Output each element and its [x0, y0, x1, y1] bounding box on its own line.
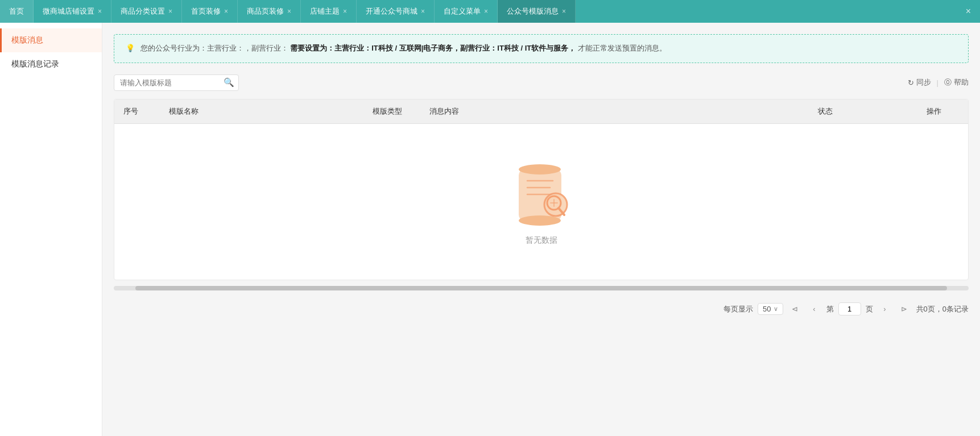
sync-button[interactable]: ↻ 同步: [908, 77, 931, 88]
tab-wechat-shop-label: 微商城店铺设置: [43, 6, 94, 16]
tab-home-decor[interactable]: 首页装修 ×: [182, 0, 238, 23]
tab-open-mall-label: 开通公众号商城: [366, 6, 417, 16]
sync-label: 同步: [916, 77, 931, 88]
scrollbar-track[interactable]: [114, 286, 969, 290]
tab-category-label: 商品分类设置: [121, 6, 165, 16]
tab-shop-theme-close[interactable]: ×: [343, 7, 347, 15]
tab-wechat-shop-close[interactable]: ×: [98, 7, 102, 15]
search-icon[interactable]: 🔍: [224, 77, 234, 88]
tab-wechat-shop[interactable]: 微商城店铺设置 ×: [34, 0, 111, 23]
close-all-button[interactable]: ×: [957, 6, 980, 16]
tab-home-decor-close[interactable]: ×: [224, 7, 228, 15]
page-unit-label: 页: [866, 304, 873, 314]
empty-text: 暂无数据: [526, 235, 557, 246]
divider: |: [937, 78, 938, 87]
tab-shop-theme[interactable]: 店铺主题 ×: [301, 0, 357, 23]
th-name: 模版名称: [160, 99, 363, 123]
th-content: 消息内容: [420, 99, 809, 123]
empty-illustration: [507, 158, 576, 226]
per-page-arrow-icon: ∨: [774, 305, 778, 313]
per-page-value: 50: [763, 305, 771, 313]
page-prefix-label: 第: [826, 304, 834, 314]
tab-category[interactable]: 商品分类设置 ×: [111, 0, 182, 23]
th-status: 状态: [809, 99, 900, 123]
sidebar-item-template-msg[interactable]: 模版消息: [0, 28, 102, 52]
content-area: 💡 您的公众号行业为：主营行业：，副营行业： 需要设置为：主营行业：IT科技 /…: [102, 23, 980, 436]
search-bar: 🔍 ↻ 同步 | ⓪ 帮助: [114, 74, 969, 91]
tab-template-msg[interactable]: 公众号模版消息 ×: [498, 0, 576, 23]
th-action: 操作: [900, 99, 968, 123]
page-number-input[interactable]: [838, 302, 861, 315]
search-input[interactable]: [114, 74, 239, 91]
empty-state: 暂无数据: [114, 124, 968, 280]
last-page-button[interactable]: ⊳: [897, 302, 912, 317]
notice-icon: 💡: [126, 44, 135, 52]
tab-custom-menu-close[interactable]: ×: [484, 7, 488, 15]
sidebar-item-template-record-label: 模版消息记录: [11, 59, 59, 68]
tab-custom-menu-label: 自定义菜单: [444, 6, 481, 16]
sync-icon: ↻: [908, 78, 914, 87]
tab-custom-menu[interactable]: 自定义菜单 ×: [435, 0, 498, 23]
tab-product-decor-close[interactable]: ×: [287, 7, 291, 15]
tab-open-mall[interactable]: 开通公众号商城 ×: [357, 0, 435, 23]
tab-home[interactable]: 首页: [0, 0, 34, 23]
help-icon: ⓪: [944, 77, 952, 88]
total-info: 共0页，0条记录: [916, 304, 969, 314]
notice-box: 💡 您的公众号行业为：主营行业：，副营行业： 需要设置为：主营行业：IT科技 /…: [114, 34, 969, 63]
notice-highlight: 需要设置为：主营行业：IT科技 / 互联网|电子商务，副营行业：IT科技 / I…: [290, 44, 576, 52]
empty-svg-icon: [507, 158, 576, 232]
per-page-select[interactable]: 50 ∨: [758, 303, 783, 315]
tab-template-msg-label: 公众号模版消息: [507, 6, 559, 16]
tab-product-decor[interactable]: 商品页装修 ×: [238, 0, 301, 23]
tab-category-close[interactable]: ×: [168, 7, 172, 15]
tab-shop-theme-label: 店铺主题: [310, 6, 340, 16]
help-label: 帮助: [954, 77, 969, 88]
th-seq: 序号: [114, 99, 160, 123]
th-type: 模版类型: [363, 99, 420, 123]
data-table: 序号 模版名称 模版类型 消息内容 状态 操作: [114, 99, 969, 280]
svg-point-3: [519, 215, 561, 226]
notice-prefix: 您的公众号行业为：主营行业：，副营行业：: [140, 44, 288, 52]
search-input-wrap: 🔍: [114, 74, 239, 91]
sidebar-item-template-msg-label: 模版消息: [11, 35, 43, 44]
tab-template-msg-close[interactable]: ×: [562, 7, 566, 15]
main-layout: 模版消息 模版消息记录 💡 您的公众号行业为：主营行业：，副营行业： 需要设置为…: [0, 23, 980, 436]
tab-product-decor-label: 商品页装修: [247, 6, 284, 16]
scrollbar-thumb: [135, 286, 948, 290]
notice-suffix: 才能正常发送预置的消息。: [578, 44, 667, 52]
tab-home-decor-label: 首页装修: [191, 6, 221, 16]
search-actions: ↻ 同步 | ⓪ 帮助: [908, 77, 969, 88]
top-nav: 首页 微商城店铺设置 × 商品分类设置 × 首页装修 × 商品页装修 × 店铺主…: [0, 0, 980, 23]
first-page-button[interactable]: ⊲: [788, 302, 803, 317]
next-page-button[interactable]: ›: [878, 302, 892, 317]
prev-page-button[interactable]: ‹: [807, 302, 822, 317]
sidebar: 模版消息 模版消息记录: [0, 23, 102, 436]
sidebar-item-template-record[interactable]: 模版消息记录: [0, 52, 102, 76]
per-page-label: 每页显示: [723, 304, 753, 314]
tab-home-label: 首页: [9, 6, 24, 16]
svg-point-2: [519, 164, 561, 175]
tab-open-mall-close[interactable]: ×: [421, 7, 425, 15]
table-header: 序号 模版名称 模版类型 消息内容 状态 操作: [114, 99, 968, 124]
pagination: 每页显示 50 ∨ ⊲ ‹ 第 页 › ⊳ 共0页，0条记录: [114, 296, 969, 319]
help-button[interactable]: ⓪ 帮助: [944, 77, 969, 88]
